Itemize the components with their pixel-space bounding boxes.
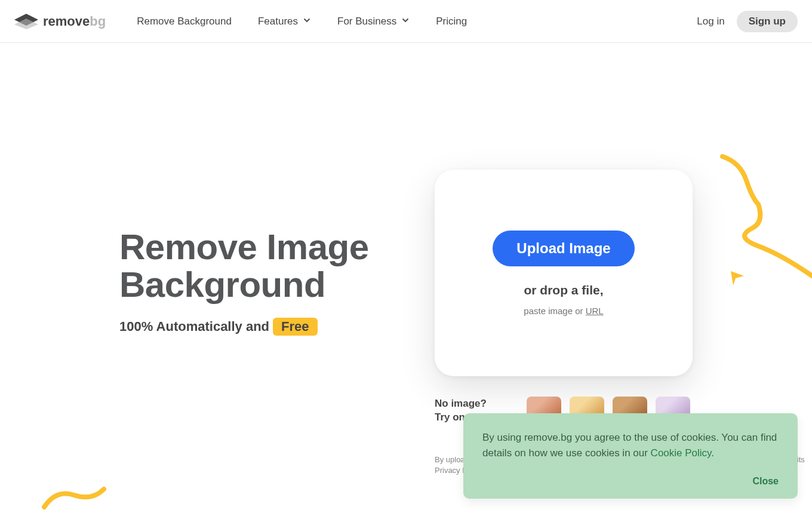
login-link[interactable]: Log in (697, 16, 724, 27)
paste-instruction: paste image or URL (524, 306, 603, 316)
hero-subheadline: 100% Automatically and Free (119, 318, 369, 336)
nav-for-business[interactable]: For Business (337, 16, 410, 27)
upload-card[interactable]: Upload Image or drop a file, paste image… (435, 170, 693, 376)
nav-features-label: Features (258, 16, 298, 27)
page-title: Remove Image Background (119, 228, 369, 303)
cookie-close-button[interactable]: Close (482, 476, 779, 487)
decorative-squiggle-icon (38, 483, 110, 513)
free-badge: Free (273, 318, 317, 336)
signup-button[interactable]: Sign up (737, 11, 798, 32)
header: removebg Remove Background Features For … (0, 0, 812, 43)
chevron-down-icon (303, 16, 311, 27)
hero-headline-block: Remove Image Background 100% Automatical… (119, 228, 369, 336)
drop-file-label: or drop a file, (524, 283, 603, 297)
logo-mark-icon (14, 14, 38, 29)
cookie-banner: By using remove.bg you agree to the use … (463, 413, 798, 499)
paste-url-link[interactable]: URL (586, 306, 604, 316)
cookie-policy-link[interactable]: Cookie Policy (651, 447, 712, 459)
logo-text: removebg (43, 14, 106, 29)
nav-remove-background[interactable]: Remove Background (137, 16, 232, 27)
nav-pricing[interactable]: Pricing (436, 16, 467, 27)
cookie-text: By using remove.bg you agree to the use … (482, 430, 779, 460)
chevron-down-icon (401, 16, 410, 27)
nav-for-business-label: For Business (337, 16, 396, 27)
upload-image-button[interactable]: Upload Image (493, 231, 634, 266)
nav-features[interactable]: Features (258, 16, 311, 27)
main-nav: Remove Background Features For Business … (137, 16, 467, 27)
logo[interactable]: removebg (14, 14, 106, 29)
auth-controls: Log in Sign up (697, 11, 798, 32)
